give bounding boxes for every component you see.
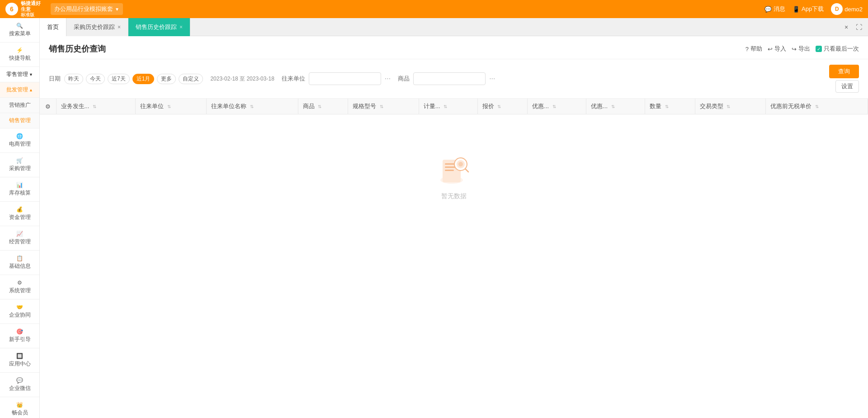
sidebar-item-basic[interactable]: 📋 基础信息 xyxy=(0,251,39,275)
sidebar-item-shortcut[interactable]: ⚡ 快捷导航 xyxy=(0,43,39,67)
wholesale-arrow: ▲ xyxy=(29,88,33,92)
table-col-biz-date[interactable]: 业务发生... ⇅ xyxy=(56,99,136,114)
tab-sales-label: 销售历史价跟踪 xyxy=(136,23,177,31)
date-btn-today[interactable]: 今天 xyxy=(86,74,105,84)
partner-input[interactable] xyxy=(309,72,381,85)
sidebar-item-system[interactable]: ⚙ 系统管理 xyxy=(0,275,39,299)
date-options: 昨天 今天 近7天 近1月 更多 自定义 xyxy=(64,74,203,84)
partner-filter-label: 往来单位 xyxy=(282,75,305,83)
table-col-tax-price[interactable]: 优惠前无税单价 ⇅ xyxy=(766,99,868,114)
app-center-icon: 🔲 xyxy=(16,353,23,359)
partner-dots-btn[interactable]: ··· xyxy=(385,75,391,83)
date-btn-1month[interactable]: 近1月 xyxy=(132,74,155,84)
col-quote-sort-icon: ⇅ xyxy=(497,104,501,109)
col-biz-date-label: 业务发生... xyxy=(61,103,90,109)
tab-fullscreen-btn[interactable]: ⛶ xyxy=(854,22,864,33)
sidebar-item-app-center[interactable]: 🔲 应用中心 xyxy=(0,348,39,373)
sidebar-item-inventory[interactable]: 📊 库存核算 xyxy=(0,177,39,202)
only-last-checkbox[interactable]: ✓ 只看最后一次 xyxy=(816,45,859,53)
export-label: 导出 xyxy=(798,45,810,53)
sidebar-item-wechat[interactable]: 💬 企业微信 xyxy=(0,373,39,397)
tab-home-label: 首页 xyxy=(47,23,59,31)
table-col-discount1[interactable]: 优惠... ⇅ xyxy=(528,99,586,114)
col-unit-sort-icon: ⇅ xyxy=(443,104,447,109)
sidebar-sub-item-sales-mgmt[interactable]: 销售管理 xyxy=(0,113,39,128)
settings-button[interactable]: 设置 xyxy=(835,80,859,93)
logo-area: 6 畅捷通好生意 标准版 xyxy=(5,0,45,18)
sidebar-item-member[interactable]: 👑 畅会员 xyxy=(0,397,39,418)
col-tax-price-label: 优惠前无税单价 xyxy=(770,103,811,109)
header-right: 💬 消息 📱 App下载 D demo2 xyxy=(764,3,863,15)
export-btn[interactable]: ↪ 导出 xyxy=(792,45,810,53)
date-btn-yesterday[interactable]: 昨天 xyxy=(64,74,83,84)
user-area[interactable]: D demo2 xyxy=(831,3,863,15)
table-col-discount2[interactable]: 优惠... ⇅ xyxy=(586,99,645,114)
sidebar-item-retail[interactable]: 零售管理 ▼ xyxy=(0,67,39,82)
col-discount2-sort-icon: ⇅ xyxy=(611,104,615,109)
page-header: 销售历史价查询 ? 帮助 ↩ 导入 ↪ 导出 ✓ xyxy=(40,36,868,59)
col-discount2-label: 优惠... xyxy=(591,103,608,109)
empty-text: 暂无数据 xyxy=(441,192,467,200)
table-col-partner-name[interactable]: 往来单位名称 ⇅ xyxy=(206,99,298,114)
system-icon: ⚙ xyxy=(17,280,22,286)
svg-rect-4 xyxy=(445,170,454,171)
checkbox-checked-icon: ✓ xyxy=(816,46,822,52)
sidebar-item-purchase[interactable]: 🛒 采购管理 xyxy=(0,153,39,177)
user-name: demo2 xyxy=(844,6,863,13)
date-btn-more[interactable]: 更多 xyxy=(157,74,176,84)
data-table: ⚙ 业务发生... ⇅ 往来单位 ⇅ 往来单位名称 xyxy=(40,99,868,114)
col-quote-label: 报价 xyxy=(482,103,494,109)
app-download-btn[interactable]: 📱 App下载 xyxy=(793,5,824,13)
sidebar-item-finance[interactable]: 💰 资金管理 xyxy=(0,202,39,226)
sidebar-item-label-system: 系统管理 xyxy=(9,287,31,294)
table-col-spec[interactable]: 规格型号 ⇅ xyxy=(348,99,419,114)
sidebar-item-label-inventory: 库存核算 xyxy=(9,189,31,197)
empty-illustration xyxy=(436,151,472,187)
sidebar-item-ecommerce[interactable]: 🌐 电商管理 xyxy=(0,128,39,153)
sidebar-item-wholesale[interactable]: 批发管理 ▲ xyxy=(0,82,39,98)
table-col-quote[interactable]: 报价 ⇅ xyxy=(477,99,528,114)
query-button[interactable]: 查询 xyxy=(829,65,859,78)
workspace-dropdown-icon: ▼ xyxy=(115,7,119,12)
col-spec-sort-icon: ⇅ xyxy=(380,104,383,109)
sidebar-item-label-app-center: 应用中心 xyxy=(9,360,31,368)
message-btn[interactable]: 💬 消息 xyxy=(764,5,785,13)
sidebar-sub-item-marketing[interactable]: 营销推广 xyxy=(0,98,39,113)
tab-purchase[interactable]: 采购历史价跟踪 × xyxy=(66,18,128,36)
table-col-partner-code[interactable]: 往来单位 ⇅ xyxy=(136,99,207,114)
sidebar-item-search[interactable]: 🔍 搜索菜单 xyxy=(0,18,39,43)
help-btn[interactable]: ? 帮助 xyxy=(745,45,762,53)
date-btn-custom[interactable]: 自定义 xyxy=(179,74,203,84)
tab-home[interactable]: 首页 xyxy=(40,18,66,36)
table-col-unit[interactable]: 计量... ⇅ xyxy=(419,99,477,114)
sidebar-item-enterprise[interactable]: 🤝 企业协同 xyxy=(0,299,39,324)
col-discount1-label: 优惠... xyxy=(532,103,549,109)
sales-mgmt-label: 销售管理 xyxy=(9,117,31,124)
col-product-label: 商品 xyxy=(303,103,315,109)
export-icon: ↪ xyxy=(792,46,797,52)
app-download-label: App下载 xyxy=(802,5,824,13)
table-col-trade-type[interactable]: 交易类型 ⇅ xyxy=(695,99,766,114)
table-col-product[interactable]: 商品 ⇅ xyxy=(298,99,348,114)
download-icon: 📱 xyxy=(793,6,800,13)
content-area: 首页 采购历史价跟踪 × 销售历史价跟踪 × × ⛶ 销售历史价查询 xyxy=(40,18,868,418)
table-col-quantity[interactable]: 数量 ⇅ xyxy=(645,99,695,114)
wholesale-label: 批发管理 xyxy=(6,86,28,94)
tab-sales[interactable]: 销售历史价跟踪 × xyxy=(128,18,190,36)
sidebar-item-operations[interactable]: 📈 经营管理 xyxy=(0,226,39,251)
tab-close-all-btn[interactable]: × xyxy=(841,22,852,33)
workspace-selector[interactable]: 办公用品行业模拟账套 ▼ xyxy=(51,3,123,15)
import-btn[interactable]: ↩ 导入 xyxy=(768,45,786,53)
sidebar-item-newbie[interactable]: 🎯 新手引导 xyxy=(0,324,39,348)
operations-icon: 📈 xyxy=(16,231,23,237)
product-filter-label: 商品 xyxy=(398,75,410,83)
table-col-settings[interactable]: ⚙ xyxy=(40,99,56,114)
tab-purchase-close[interactable]: × xyxy=(118,24,121,30)
product-dots-btn[interactable]: ··· xyxy=(489,75,495,83)
empty-state: 暂无数据 xyxy=(40,114,868,237)
top-header: 6 畅捷通好生意 标准版 办公用品行业模拟账套 ▼ 💬 消息 📱 App下载 D… xyxy=(0,0,868,18)
tab-sales-close[interactable]: × xyxy=(179,24,183,30)
product-input[interactable] xyxy=(413,72,486,85)
col-trade-type-label: 交易类型 xyxy=(700,103,723,109)
date-btn-7days[interactable]: 近7天 xyxy=(108,74,130,84)
